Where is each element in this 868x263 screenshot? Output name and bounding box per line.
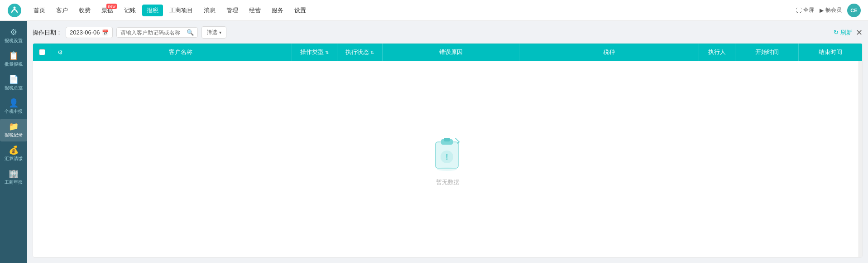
refresh-icon: ↻ xyxy=(834,29,839,36)
sidebar-label: 工商年报 xyxy=(5,180,23,185)
svg-line-7 xyxy=(456,138,459,142)
search-box: 🔍 xyxy=(116,27,198,38)
sidebar-item-个税申报[interactable]: 👤个税申报 xyxy=(0,95,27,118)
sidebar-label: 报税设置 xyxy=(5,38,23,44)
sidebar-icon: 💰 xyxy=(9,146,19,154)
sidebar: ⚙报税设置📋批量报税📄报税总览👤个税申报📁报税记录💰汇算清缴🏢工商年报 xyxy=(0,21,27,263)
col-taxtype: 税种 xyxy=(519,44,699,61)
date-value: 2023-06-06 xyxy=(70,29,100,36)
scrollbar[interactable] xyxy=(858,61,862,257)
app-logo[interactable] xyxy=(7,3,22,18)
col-status: 执行状态 ⇅ xyxy=(337,44,383,61)
nav-menu: 首页客户收费票据new记账报税工商项目消息管理经营服务设置 xyxy=(29,5,796,16)
sort-status-icon[interactable]: ⇅ xyxy=(370,50,374,55)
nav-item-客户[interactable]: 客户 xyxy=(52,5,72,16)
sidebar-icon: 📋 xyxy=(9,52,19,60)
empty-illustration: ! xyxy=(427,132,468,173)
member-button[interactable]: ▶ 畅会员 xyxy=(820,6,842,14)
sidebar-label: 汇算清缴 xyxy=(5,156,23,161)
sidebar-label: 批量报税 xyxy=(5,62,23,67)
sidebar-label: 报税记录 xyxy=(5,132,23,138)
sidebar-icon: 📁 xyxy=(9,122,19,131)
settings-icon: ⚙ xyxy=(58,49,63,56)
member-label: 畅会员 xyxy=(825,6,842,14)
select-all-checkbox[interactable] xyxy=(39,49,45,55)
svg-rect-4 xyxy=(444,138,450,141)
search-input[interactable] xyxy=(120,29,185,36)
nav-item-首页[interactable]: 首页 xyxy=(29,5,50,16)
filter-button[interactable]: 筛选 ▾ xyxy=(201,26,226,39)
member-icon: ▶ xyxy=(820,7,824,14)
nav-item-设置[interactable]: 设置 xyxy=(290,5,311,16)
col-starttime: 开始时间 xyxy=(735,44,799,61)
sidebar-label: 报税总览 xyxy=(5,85,23,91)
col-checkbox[interactable] xyxy=(33,44,51,61)
nav-item-经营[interactable]: 经营 xyxy=(245,5,265,16)
empty-text: 暂无数据 xyxy=(436,178,460,186)
fullscreen-button[interactable]: ⛶ 全屏 xyxy=(796,6,814,14)
sidebar-icon: 👤 xyxy=(9,99,19,107)
date-label: 操作日期： xyxy=(33,29,62,37)
sidebar-item-工商年报[interactable]: 🏢工商年报 xyxy=(0,166,27,189)
sidebar-label: 个税申报 xyxy=(5,109,23,114)
sidebar-icon: ⚙ xyxy=(10,28,17,36)
nav-item-消息[interactable]: 消息 xyxy=(199,5,220,16)
sidebar-item-汇算清缴[interactable]: 💰汇算清缴 xyxy=(0,142,27,165)
sidebar-item-报税总览[interactable]: 📄报税总览 xyxy=(0,72,27,94)
nav-item-记账[interactable]: 记账 xyxy=(120,5,140,16)
data-table: ⚙ 客户名称 操作类型 ⇅ 执行状态 ⇅ 错误原因 税种 xyxy=(33,43,863,258)
filter-label: 筛选 xyxy=(206,29,217,36)
sort-optype-icon[interactable]: ⇅ xyxy=(325,50,329,55)
svg-point-9 xyxy=(437,167,457,171)
empty-state: ! 暂无数据 xyxy=(427,132,468,186)
main-content: 操作日期： 2023-06-06 📅 🔍 筛选 ▾ ↻ 刷新 ✕ xyxy=(27,21,868,263)
date-picker[interactable]: 2023-06-06 📅 xyxy=(66,27,113,38)
nav-item-收费[interactable]: 收费 xyxy=(74,5,95,16)
avatar[interactable]: CE xyxy=(847,4,861,17)
nav-item-票据[interactable]: 票据new xyxy=(97,5,118,16)
col-settings[interactable]: ⚙ xyxy=(51,44,69,61)
toolbar-right: ↻ 刷新 ✕ xyxy=(834,29,863,37)
nav-item-工商项目[interactable]: 工商项目 xyxy=(165,5,197,16)
svg-text:!: ! xyxy=(446,152,448,161)
close-button[interactable]: ✕ xyxy=(856,29,863,37)
table-body: ! 暂无数据 xyxy=(33,61,862,257)
col-customer: 客户名称 xyxy=(69,44,292,61)
col-endtime: 结束时间 xyxy=(799,44,862,61)
sidebar-item-报税记录[interactable]: 📁报税记录 xyxy=(0,119,27,141)
svg-point-1 xyxy=(14,6,16,9)
sidebar-item-报税设置[interactable]: ⚙报税设置 xyxy=(0,24,27,47)
search-icon: 🔍 xyxy=(187,29,194,36)
col-error: 错误原因 xyxy=(383,44,519,61)
nav-item-服务[interactable]: 服务 xyxy=(267,5,288,16)
top-navigation: 首页客户收费票据new记账报税工商项目消息管理经营服务设置 ⛶ 全屏 ▶ 畅会员… xyxy=(0,0,868,21)
calendar-icon: 📅 xyxy=(102,29,109,36)
sidebar-icon: 🏢 xyxy=(9,170,19,178)
fullscreen-icon: ⛶ xyxy=(796,7,801,14)
table-header: ⚙ 客户名称 操作类型 ⇅ 执行状态 ⇅ 错误原因 税种 xyxy=(33,44,862,61)
nav-right: ⛶ 全屏 ▶ 畅会员 CE xyxy=(796,4,861,17)
svg-point-0 xyxy=(8,4,21,17)
nav-item-报税[interactable]: 报税 xyxy=(142,5,163,16)
refresh-label: 刷新 xyxy=(840,29,852,37)
fullscreen-label: 全屏 xyxy=(803,6,814,14)
col-optype: 操作类型 ⇅ xyxy=(292,44,337,61)
refresh-button[interactable]: ↻ 刷新 xyxy=(834,29,852,37)
sidebar-item-批量报税[interactable]: 📋批量报税 xyxy=(0,48,27,71)
main-layout: ⚙报税设置📋批量报税📄报税总览👤个税申报📁报税记录💰汇算清缴🏢工商年报 操作日期… xyxy=(0,21,868,263)
chevron-down-icon: ▾ xyxy=(219,30,221,35)
toolbar: 操作日期： 2023-06-06 📅 🔍 筛选 ▾ ↻ 刷新 ✕ xyxy=(33,26,863,39)
nav-item-管理[interactable]: 管理 xyxy=(222,5,243,16)
sidebar-icon: 📄 xyxy=(9,75,19,83)
col-executor: 执行人 xyxy=(699,44,735,61)
